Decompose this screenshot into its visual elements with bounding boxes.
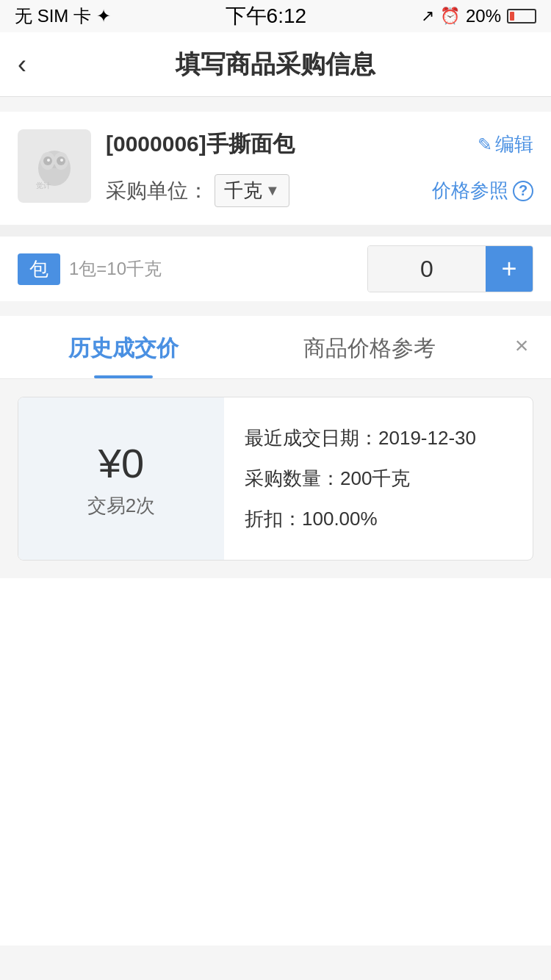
quantity-label: 采购数量： xyxy=(245,467,340,489)
transaction-count: 交易2次 xyxy=(87,493,155,519)
price-ref-button[interactable]: 价格参照 ? xyxy=(432,178,533,203)
unit-value: 千克 xyxy=(224,178,262,203)
svg-point-6 xyxy=(60,159,63,162)
location-icon: ↗ xyxy=(421,7,434,26)
product-name: [0000006]手撕面包 xyxy=(106,129,295,159)
edit-icon: ✎ xyxy=(478,134,492,155)
product-name-row: [0000006]手撕面包 ✎ 编辑 xyxy=(106,129,533,159)
unit-row: 采购单位： 千克 ▼ 价格参照 ? xyxy=(106,174,533,207)
tab-history-price[interactable]: 历史成交价 xyxy=(0,316,246,378)
battery-icon xyxy=(507,9,536,24)
quantity-input-group: + xyxy=(367,245,533,292)
battery-percent: 20% xyxy=(466,6,501,26)
status-bar: 无 SIM 卡 ✦ 下午6:12 ↗ ⏰ 20% xyxy=(0,0,551,32)
transaction-list: ¥0 交易2次 最近成交日期：2019-12-30 采购数量：200千克 折扣：… xyxy=(0,379,551,578)
section-divider xyxy=(0,225,551,237)
tab-product-label: 商品价格参考 xyxy=(303,336,436,360)
tab-product-price[interactable]: 商品价格参考 xyxy=(246,316,492,378)
quantity-input[interactable] xyxy=(368,245,486,292)
nav-bar: ‹ 填写商品采购信息 xyxy=(0,32,551,97)
edit-label: 编辑 xyxy=(495,131,533,157)
alarm-icon: ⏰ xyxy=(440,7,460,26)
panel-tabs: 历史成交价 商品价格参考 × xyxy=(0,316,551,379)
status-left: 无 SIM 卡 ✦ xyxy=(15,4,111,28)
unit-badge: 包 xyxy=(18,253,60,285)
svg-text:觉计: 觉计 xyxy=(36,181,51,190)
network-status: 无 SIM 卡 ✦ xyxy=(15,4,111,28)
tab-active-indicator xyxy=(94,375,153,378)
tab-history-label: 历史成交价 xyxy=(68,336,179,360)
transaction-discount-row: 折扣：100.00% xyxy=(245,505,512,533)
edit-button[interactable]: ✎ 编辑 xyxy=(478,131,533,157)
quantity-plus-button[interactable]: + xyxy=(486,245,533,292)
product-icon: 觉计 xyxy=(18,129,91,203)
transaction-quantity-row: 采购数量：200千克 xyxy=(245,464,512,493)
bottom-area xyxy=(0,578,551,945)
page-title: 填写商品采购信息 xyxy=(176,48,375,82)
discount-value: 100.00% xyxy=(302,508,378,530)
date-label: 最近成交日期： xyxy=(245,427,378,449)
transaction-card: ¥0 交易2次 最近成交日期：2019-12-30 采购数量：200千克 折扣：… xyxy=(18,397,533,561)
product-logo: 觉计 xyxy=(29,140,80,192)
quantity-row: 包 1包=10千克 + xyxy=(0,237,551,301)
back-button[interactable]: ‹ xyxy=(18,49,26,80)
product-card: 觉计 [0000006]手撕面包 ✎ 编辑 采购单位： 千克 ▼ 价格参照 ? xyxy=(0,112,551,225)
transaction-price: ¥0 xyxy=(98,439,144,487)
unit-select[interactable]: 千克 ▼ xyxy=(215,174,289,207)
discount-label: 折扣： xyxy=(245,508,302,530)
panel-close-button[interactable]: × xyxy=(492,332,551,362)
product-info: [0000006]手撕面包 ✎ 编辑 采购单位： 千克 ▼ 价格参照 ? xyxy=(106,129,533,207)
status-right: ↗ ⏰ 20% xyxy=(421,6,536,26)
transaction-date-row: 最近成交日期：2019-12-30 xyxy=(245,424,512,453)
chevron-down-icon: ▼ xyxy=(265,182,280,199)
info-icon: ? xyxy=(513,181,533,201)
svg-point-5 xyxy=(47,159,50,162)
transaction-summary: ¥0 交易2次 xyxy=(18,397,224,560)
transaction-details: 最近成交日期：2019-12-30 采购数量：200千克 折扣：100.00% xyxy=(224,397,533,560)
unit-conversion: 1包=10千克 xyxy=(69,257,162,281)
date-value: 2019-12-30 xyxy=(378,427,476,449)
price-ref-label: 价格参照 xyxy=(432,178,508,203)
quantity-unit-info: 包 1包=10千克 xyxy=(18,253,162,285)
quantity-value: 200千克 xyxy=(340,467,410,489)
unit-label: 采购单位： xyxy=(106,177,209,205)
status-time: 下午6:12 xyxy=(226,2,307,30)
